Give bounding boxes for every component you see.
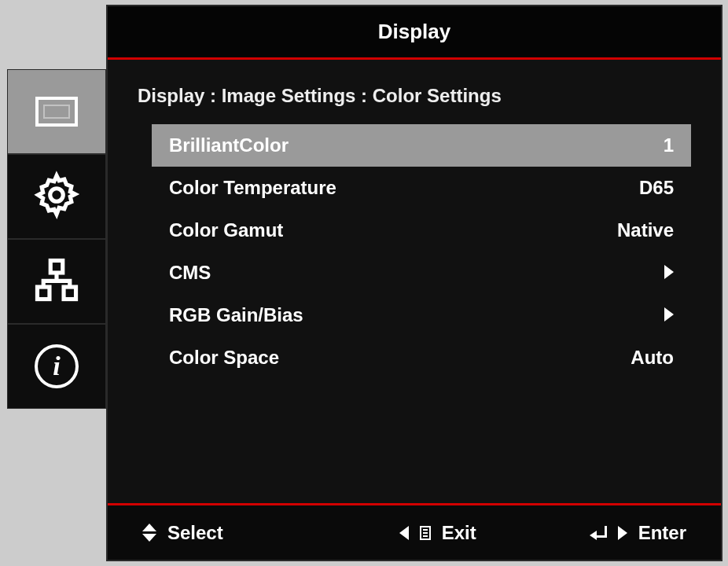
menu-list: BrilliantColor 1 Color Temperature D65 C… bbox=[152, 124, 691, 379]
menu-item-value: 1 bbox=[627, 134, 674, 156]
menu-item-value: Native bbox=[617, 219, 674, 241]
sidebar-item-network[interactable] bbox=[7, 239, 106, 324]
menu-item-label: BrilliantColor bbox=[169, 134, 289, 156]
main-panel: Display Display : Image Settings : Color… bbox=[106, 5, 722, 561]
menu-item-label: RGB Gain/Bias bbox=[169, 304, 303, 326]
svg-point-0 bbox=[50, 189, 64, 202]
menu-item-label: CMS bbox=[169, 262, 211, 284]
triangle-left-icon bbox=[399, 526, 409, 540]
page-title: Display bbox=[378, 20, 451, 44]
menu-item-label: Color Temperature bbox=[169, 177, 336, 199]
breadcrumb: Display : Image Settings : Color Setting… bbox=[138, 85, 691, 107]
submenu-arrow bbox=[627, 304, 674, 326]
content-area: Display : Image Settings : Color Setting… bbox=[108, 60, 721, 503]
network-icon bbox=[32, 255, 81, 307]
sidebar-item-info[interactable]: i bbox=[7, 324, 106, 409]
svg-rect-2 bbox=[37, 287, 50, 300]
menu-item-value: D65 bbox=[627, 177, 674, 199]
footer-bar: Select Exit Enter bbox=[108, 503, 721, 560]
footer-exit-label: Exit bbox=[442, 522, 476, 544]
chevron-right-icon bbox=[664, 307, 674, 322]
chevron-right-icon bbox=[664, 265, 674, 279]
menu-item-brilliantcolor[interactable]: BrilliantColor 1 bbox=[152, 124, 691, 167]
footer-select-label: Select bbox=[167, 522, 223, 544]
footer-enter-label: Enter bbox=[638, 522, 686, 544]
triangle-right-icon bbox=[618, 526, 627, 540]
footer-select: Select bbox=[142, 522, 223, 544]
menu-item-label: Color Gamut bbox=[169, 219, 283, 241]
menu-list-icon bbox=[420, 526, 431, 540]
menu-item-value: Auto bbox=[627, 347, 674, 369]
menu-item-rgb-gain-bias[interactable]: RGB Gain/Bias bbox=[152, 294, 691, 336]
submenu-arrow bbox=[627, 262, 674, 284]
svg-rect-3 bbox=[64, 287, 76, 300]
sidebar: i bbox=[7, 69, 106, 409]
menu-item-color-temperature[interactable]: Color Temperature D65 bbox=[152, 167, 691, 209]
enter-icon bbox=[590, 526, 607, 540]
sidebar-item-display[interactable] bbox=[7, 69, 106, 154]
title-bar: Display bbox=[108, 6, 721, 60]
menu-item-label: Color Space bbox=[169, 347, 279, 369]
display-icon bbox=[35, 97, 78, 127]
footer-enter: Enter bbox=[590, 522, 686, 544]
menu-item-cms[interactable]: CMS bbox=[152, 252, 691, 294]
footer-exit: Exit bbox=[399, 522, 476, 544]
menu-item-color-space[interactable]: Color Space Auto bbox=[152, 336, 691, 379]
menu-item-color-gamut[interactable]: Color Gamut Native bbox=[152, 209, 691, 252]
svg-rect-1 bbox=[50, 260, 63, 273]
updown-icon bbox=[142, 524, 156, 542]
sidebar-item-settings[interactable] bbox=[7, 154, 106, 239]
info-icon: i bbox=[35, 344, 79, 388]
gear-icon bbox=[32, 171, 81, 222]
